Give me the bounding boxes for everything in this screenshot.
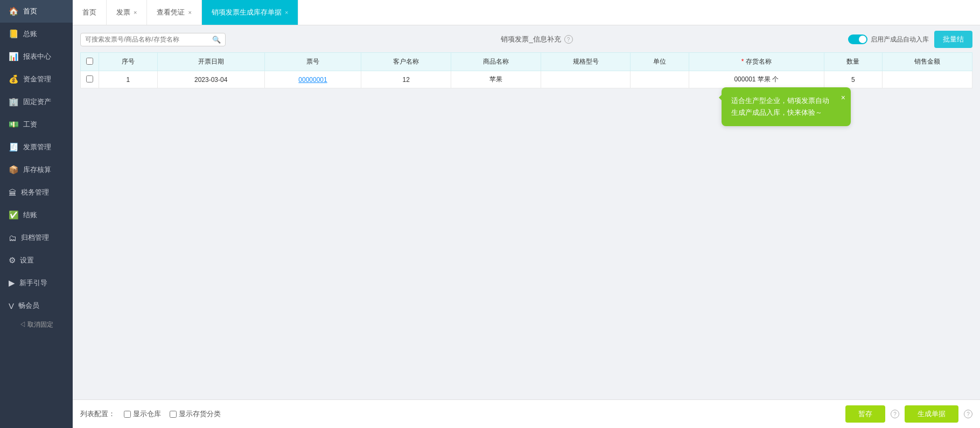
td-qty: 5 (824, 71, 883, 88)
th-seq: 序号 (99, 53, 158, 71)
th-product: 商品名称 (451, 53, 541, 71)
td-date: 2023-03-04 (157, 71, 264, 88)
reports-icon: 📊 (9, 52, 19, 61)
center-label: 销项发票_信息补充 (501, 34, 561, 44)
sidebar-item-salary[interactable]: 💵 工资 (0, 113, 73, 136)
show-category-option[interactable]: 显示存货分类 (170, 409, 221, 419)
td-amount (883, 71, 972, 88)
search-icon[interactable]: 🔍 (212, 36, 221, 44)
th-ticket-no: 票号 (264, 53, 361, 71)
bottom-actions: 暂存 ? 生成单据 ? (845, 405, 972, 423)
vip-icon: V (9, 301, 14, 310)
tooltip-box: × 适合生产型企业，销项发票自动生成产成品入库，快来体验～ (722, 87, 851, 126)
td-seq: 1 (99, 71, 158, 88)
sidebar-item-settings[interactable]: ⚙ 设置 (0, 249, 73, 272)
center-help-icon[interactable]: ? (564, 35, 573, 44)
list-config-label: 列表配置： (80, 409, 115, 419)
inventory-icon: 📦 (9, 165, 19, 175)
th-spec: 规格型号 (541, 53, 631, 71)
salary-icon: 💵 (9, 120, 19, 129)
tooltip-close-button[interactable]: × (841, 92, 845, 105)
search-input[interactable] (85, 36, 209, 43)
funds-icon: 💰 (9, 74, 19, 84)
auto-import-toggle[interactable] (848, 34, 867, 44)
tooltip-text: 适合生产型企业，销项发票自动生成产成品入库，快来体验～ (731, 95, 841, 119)
save-button[interactable]: 暂存 (845, 405, 885, 423)
home-icon: 🏠 (9, 6, 19, 16)
tab-voucher[interactable]: 查看凭证 × (147, 0, 201, 25)
sidebar-item-ledger[interactable]: 📒 总账 (0, 23, 73, 45)
search-wrap: 🔍 (80, 33, 226, 46)
save-help-icon[interactable]: ? (891, 410, 899, 418)
sidebar-item-tax[interactable]: 🏛 税务管理 (0, 181, 73, 204)
show-category-checkbox[interactable] (170, 411, 177, 418)
guide-icon: ▶ (9, 278, 15, 288)
td-unit (631, 71, 689, 88)
tab-generate-inventory[interactable]: 销项发票生成库存单据 × (202, 0, 298, 25)
td-product: 苹果 (451, 71, 541, 88)
td-spec (541, 71, 631, 88)
select-all-checkbox[interactable] (86, 58, 93, 65)
td-checkbox (81, 71, 99, 88)
th-checkbox (81, 53, 99, 71)
toggle-label: 启用产成品自动入库 (871, 35, 929, 44)
tab-home[interactable]: 首页 (73, 0, 107, 25)
bottom-bar: 列表配置： 显示仓库 显示存货分类 暂存 ? 生成单据 ? (73, 399, 980, 428)
tab-bar: 首页 发票 × 查看凭证 × 销项发票生成库存单据 × (73, 0, 980, 25)
ticket-no-link[interactable]: 00000001 (298, 76, 327, 84)
sidebar-item-inventory[interactable]: 📦 库存核算 (0, 158, 73, 181)
generate-help-icon[interactable]: ? (964, 410, 972, 418)
tab-invoice[interactable]: 发票 × (107, 0, 147, 25)
toolbar-row: 🔍 销项发票_信息补充 ? 启用产成品自动入库 批量结 (80, 31, 972, 48)
sidebar-item-vip[interactable]: V 畅会员 (0, 294, 73, 317)
tab-generate-inventory-close[interactable]: × (285, 9, 288, 16)
sidebar-item-archive[interactable]: 🗂 归档管理 (0, 226, 73, 249)
data-table: 序号 开票日期 票号 客户名称 商品名称 规格型号 单位 * 存货名称 数量 销… (80, 52, 972, 88)
sidebar-item-reports[interactable]: 📊 报表中心 (0, 45, 73, 68)
settle-icon: ✅ (9, 210, 19, 220)
table-row: 1 2023-03-04 00000001 12 苹果 000001 苹果 个 … (81, 71, 972, 88)
generate-button[interactable]: 生成单据 (905, 405, 958, 423)
th-customer: 客户名称 (361, 53, 451, 71)
sidebar-item-funds[interactable]: 💰 资金管理 (0, 68, 73, 91)
sidebar: 🏠 首页 📒 总账 📊 报表中心 💰 资金管理 🏢 固定资产 💵 工资 🧾 发票… (0, 0, 73, 428)
row-checkbox[interactable] (86, 75, 93, 82)
sidebar-item-guide[interactable]: ▶ 新手引导 (0, 272, 73, 294)
td-ticket-no: 00000001 (264, 71, 361, 88)
tax-icon: 🏛 (9, 188, 17, 197)
main-area: 首页 发票 × 查看凭证 × 销项发票生成库存单据 × 🔍 销项发票_信息补充 … (73, 0, 980, 428)
unpin-bar[interactable]: ◁ 取消固定 (0, 317, 73, 333)
tab-invoice-close[interactable]: × (134, 9, 137, 16)
sidebar-item-assets[interactable]: 🏢 固定资产 (0, 91, 73, 113)
show-warehouse-checkbox[interactable] (124, 411, 131, 418)
settings-icon: ⚙ (9, 256, 16, 265)
th-date: 开票日期 (157, 53, 264, 71)
invoice-icon: 🧾 (9, 142, 19, 152)
sidebar-item-settle[interactable]: ✅ 结账 (0, 204, 73, 226)
assets-icon: 🏢 (9, 97, 19, 107)
th-inventory: * 存货名称 (689, 53, 824, 71)
th-qty: 数量 (824, 53, 883, 71)
tab-voucher-close[interactable]: × (188, 9, 191, 16)
page-content: 🔍 销项发票_信息补充 ? 启用产成品自动入库 批量结 序 (73, 25, 980, 399)
td-inventory: 000001 苹果 个 (689, 71, 824, 88)
th-amount: 销售金额 (883, 53, 972, 71)
sidebar-item-home[interactable]: 🏠 首页 (0, 0, 73, 23)
table-header-row: 序号 开票日期 票号 客户名称 商品名称 规格型号 单位 * 存货名称 数量 销… (81, 53, 972, 71)
th-unit: 单位 (631, 53, 689, 71)
ledger-icon: 📒 (9, 29, 19, 39)
sidebar-item-invoice[interactable]: 🧾 发票管理 (0, 136, 73, 158)
show-warehouse-option[interactable]: 显示仓库 (124, 409, 161, 419)
unpin-icon: ◁ (19, 321, 26, 328)
toggle-wrap: 启用产成品自动入库 (848, 34, 929, 44)
toolbar-center: 销项发票_信息补充 ? (231, 34, 843, 44)
archive-icon: 🗂 (9, 233, 17, 243)
batch-button[interactable]: 批量结 (934, 31, 972, 48)
td-customer: 12 (361, 71, 451, 88)
